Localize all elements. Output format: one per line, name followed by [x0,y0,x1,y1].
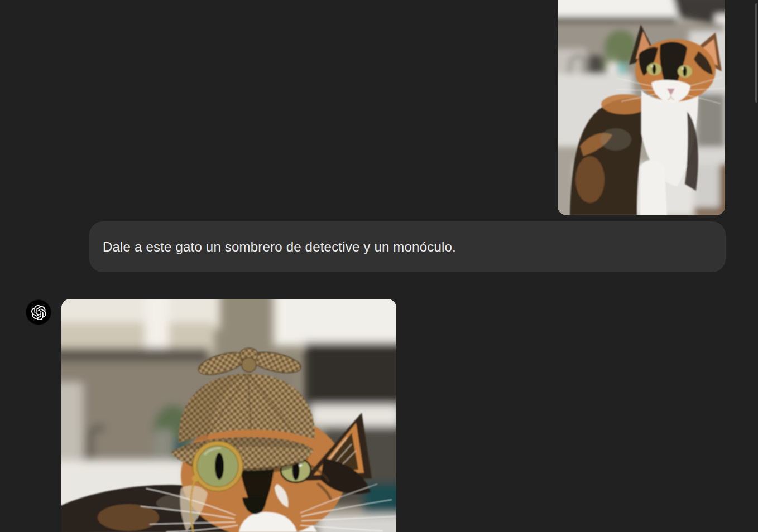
openai-logo-icon [31,305,46,320]
user-message-text: Dale a este gato un sombrero de detectiv… [103,238,456,255]
generated-cat-photo [61,299,396,532]
scrollbar-thumb[interactable] [755,3,757,103]
user-uploaded-image[interactable] [558,0,725,215]
chat-viewport: Dale a este gato un sombrero de detectiv… [0,0,758,532]
assistant-generated-image[interactable] [61,299,396,532]
assistant-avatar [26,299,51,325]
uploaded-cat-photo [558,0,725,215]
user-message-bubble: Dale a este gato un sombrero de detectiv… [89,221,726,272]
